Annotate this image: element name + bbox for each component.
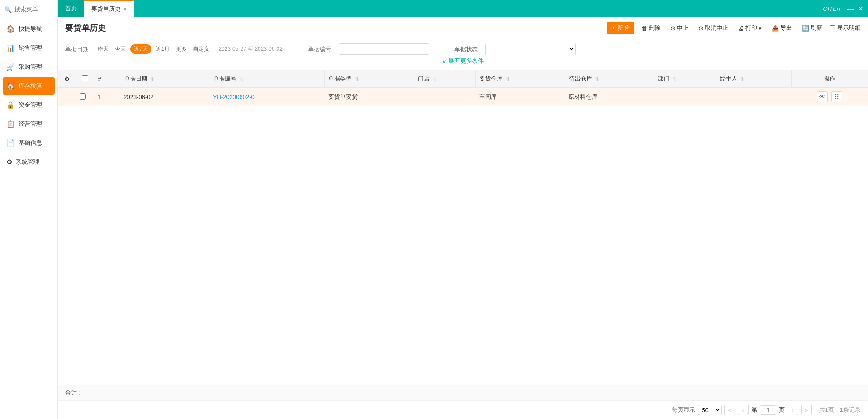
delete-label: 删除 <box>649 24 660 32</box>
cancel-suspend-icon: ⊘ <box>698 25 703 32</box>
sidebar-search[interactable]: 🔍 搜索菜单 <box>0 0 57 19</box>
home-icon: 🏠 <box>6 25 15 33</box>
sidebar-item-label: 库存核算 <box>19 82 42 90</box>
sidebar-item-label: 采购管理 <box>19 63 42 71</box>
display-detail-label: 显示明细 <box>837 24 861 32</box>
th-department[interactable]: 部门 ⇅ <box>654 70 716 88</box>
tab-bar-right: OfTEn — ✕ <box>816 0 868 17</box>
sort-icon-pending-warehouse: ⇅ <box>595 76 599 81</box>
sidebar-item-quick-nav[interactable]: 🏠 快捷导航 <box>0 19 57 38</box>
date-more[interactable]: 更多 <box>174 44 189 54</box>
doc-number-link[interactable]: YH-20230602-0 <box>213 94 255 100</box>
view-button[interactable]: 👁 <box>817 91 828 102</box>
th-action: 操作 <box>791 70 868 88</box>
page-size-label: 每页显示 <box>672 406 695 414</box>
prev-page-button[interactable]: ‹ <box>738 405 749 415</box>
finance-icon: 🔒 <box>6 101 15 109</box>
sidebar-item-inventory[interactable]: 🏠 库存核算 <box>3 77 55 95</box>
last-page-button[interactable]: » <box>801 405 812 415</box>
doc-status-select[interactable] <box>485 43 576 55</box>
expand-label: 展开更多条件 <box>448 57 484 65</box>
th-handler[interactable]: 经手人 ⇅ <box>716 70 791 88</box>
date-last1month[interactable]: 近1月 <box>154 44 172 54</box>
suspend-label: 中止 <box>677 24 689 32</box>
th-doc-date[interactable]: 单据日期 ⇅ <box>120 70 209 88</box>
sort-icon-doc-date: ⇅ <box>150 76 154 81</box>
th-store-label: 门店 <box>418 75 429 82</box>
print-dropdown-icon: ▾ <box>759 25 762 32</box>
content-area: 要货单历史 + 新增 🗑 删除 ⊘ 中止 ⊘ 取消中止 🖨 打印 <box>58 17 868 419</box>
sidebar-item-sales[interactable]: 📊 销售管理 <box>0 38 57 57</box>
print-button[interactable]: 🖨 打印 ▾ <box>736 22 764 34</box>
export-icon: 📤 <box>772 25 779 32</box>
doc-status-label: 单据状态 <box>454 45 478 53</box>
export-button[interactable]: 📤 导出 <box>769 22 795 34</box>
td-index: 1 <box>94 88 120 106</box>
expand-more-button[interactable]: ∨ 展开更多条件 <box>65 57 861 65</box>
th-doc-date-label: 单据日期 <box>124 75 147 82</box>
display-detail-toggle[interactable]: 显示明细 <box>830 24 861 32</box>
date-custom[interactable]: 自定义 <box>191 44 211 54</box>
td-doc-number: YH-20230602-0 <box>209 88 325 106</box>
print-icon: 🖨 <box>738 25 744 32</box>
first-page-button[interactable]: « <box>724 405 735 415</box>
sort-icon-handler: ⇅ <box>740 76 744 81</box>
refresh-button[interactable]: 🔄 刷新 <box>799 22 825 34</box>
page-input[interactable] <box>760 405 776 415</box>
sidebar-item-system[interactable]: ⚙ 系统管理 <box>0 152 57 171</box>
suspend-button[interactable]: ⊘ 中止 <box>668 22 691 34</box>
td-doc-date: 2023-06-02 <box>120 88 209 106</box>
th-pending-warehouse-label: 待出仓库 <box>569 75 592 82</box>
td-settings <box>58 88 76 106</box>
new-button[interactable]: + 新增 <box>607 22 634 34</box>
sidebar-item-operations[interactable]: 📋 经营管理 <box>0 114 57 133</box>
cancel-suspend-label: 取消中止 <box>705 24 728 32</box>
more-button[interactable]: ⠿ <box>831 91 842 102</box>
td-action: 👁 ⠿ <box>791 88 868 106</box>
close-button[interactable]: ✕ <box>858 5 863 12</box>
th-settings[interactable]: ⚙ <box>58 70 76 88</box>
refresh-label: 刷新 <box>811 24 822 32</box>
page-label: 页 <box>779 406 785 414</box>
date-yesterday[interactable]: 昨天 <box>96 44 110 54</box>
next-page-button[interactable]: › <box>788 405 798 415</box>
doc-number-input[interactable] <box>339 43 429 55</box>
page-size-select[interactable]: 20 50 100 <box>698 405 722 415</box>
sidebar-item-label: 经营管理 <box>19 120 42 128</box>
system-icon: ⚙ <box>6 158 12 166</box>
date-today[interactable]: 今天 <box>113 44 127 54</box>
table-header-row: ⚙ # 单据日期 ⇅ 单据编号 ⇅ <box>58 70 868 88</box>
delete-button[interactable]: 🗑 删除 <box>639 22 663 34</box>
total-label: 合计： <box>65 389 83 397</box>
th-pending-warehouse[interactable]: 待出仓库 ⇅ <box>565 70 654 88</box>
sidebar-item-finance[interactable]: 🔒 资金管理 <box>0 95 57 114</box>
sidebar-item-label: 系统管理 <box>16 158 39 166</box>
sort-icon-store: ⇅ <box>433 76 436 81</box>
tab-requisition-history[interactable]: 要货单历史 × <box>84 0 134 17</box>
th-req-warehouse[interactable]: 要货仓库 ⇅ <box>476 70 565 88</box>
tab-close-button[interactable]: × <box>123 6 127 12</box>
operations-icon: 📋 <box>6 120 15 128</box>
date-last7days[interactable]: 近7天 <box>130 44 151 54</box>
tab-home[interactable]: 首页 <box>58 0 84 17</box>
filter-bar: 单据日期 昨天 今天 近7天 近1月 更多 自定义 2023-05-27 至 2… <box>58 38 868 70</box>
cancel-suspend-button[interactable]: ⊘ 取消中止 <box>696 22 731 34</box>
sidebar-item-purchase[interactable]: 🛒 采购管理 <box>0 57 57 76</box>
table-row: 1 2023-06-02 YH-20230602-0 要货单要货 车间库 原材料… <box>58 88 868 106</box>
th-doc-number[interactable]: 单据编号 ⇅ <box>209 70 325 88</box>
th-store[interactable]: 门店 ⇅ <box>414 70 475 88</box>
th-doc-type[interactable]: 单据类型 ⇅ <box>325 70 414 88</box>
sidebar-item-label: 快捷导航 <box>19 25 42 33</box>
sidebar-item-basic-info[interactable]: 📄 基础信息 <box>0 133 57 152</box>
sort-icon-doc-number: ⇅ <box>240 76 243 81</box>
filter-dates: 昨天 今天 近7天 近1月 更多 自定义 <box>96 44 211 54</box>
doc-number-label: 单据编号 <box>308 45 331 53</box>
refresh-icon: 🔄 <box>802 25 809 32</box>
sales-icon: 📊 <box>6 44 15 52</box>
row-checkbox[interactable] <box>80 93 86 100</box>
display-detail-checkbox[interactable] <box>830 25 835 31</box>
sort-icon-doc-type: ⇅ <box>355 76 359 81</box>
td-department <box>654 88 716 106</box>
select-all-checkbox[interactable] <box>82 75 88 81</box>
minimize-button[interactable]: — <box>847 5 854 12</box>
